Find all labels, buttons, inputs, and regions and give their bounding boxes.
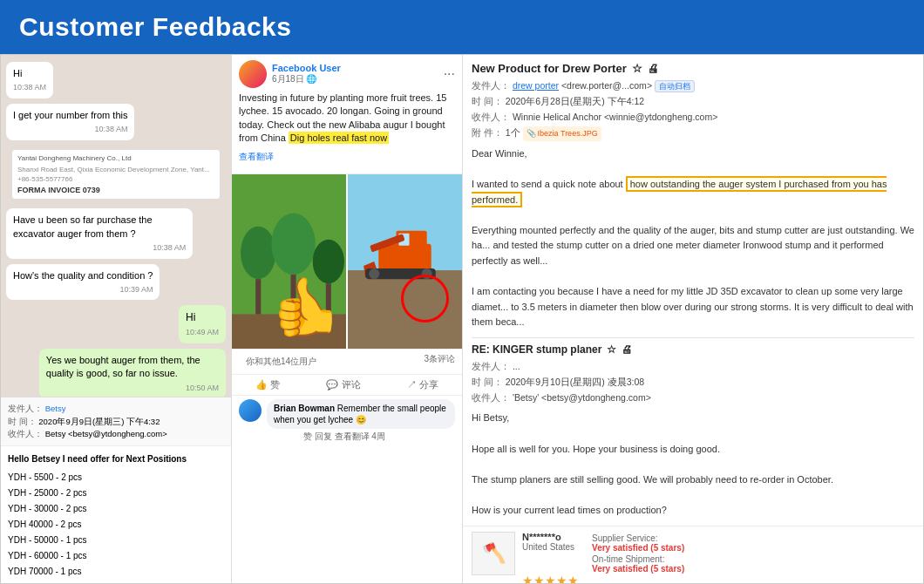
fb-excavator-image: [348, 174, 462, 349]
svg-point-2: [241, 226, 275, 278]
fb-poster-name[interactable]: Facebook User: [272, 63, 341, 73]
order-item: YDH - 30000 - 2 pcs: [8, 501, 224, 517]
email-body-1: Dear Winnie, I wanted to send a quick no…: [472, 146, 914, 330]
fb-likes-count: 你和其他14位用户: [239, 353, 323, 370]
email-meta-1: 发件人： drew porter <drew.porter@...com> 自动…: [472, 78, 914, 141]
to-label: 收件人：: [472, 112, 510, 122]
invoice-snippet: Yantai Dongheng Machinery Co., Ltd Shanx…: [11, 149, 221, 200]
review-meta-1: Supplier Service: Very satisfied (5 star…: [592, 533, 684, 553]
order-item: YDH 70000 - 1 pcs: [8, 564, 224, 580]
email-to: Winnie Helical Anchor <winnie@ytdongheng…: [513, 112, 717, 122]
comment-reply-row[interactable]: 赞 回复 查看翻译 4周: [267, 429, 455, 446]
chat-text: Hi: [13, 68, 22, 78]
reviewer-location-1: United States: [522, 542, 574, 552]
order-item: YDH - 50000 - 1 pcs: [8, 533, 224, 548]
svg-rect-3: [255, 279, 261, 314]
reviewer-name-1: N*******o: [522, 532, 574, 542]
order-greeting: Hello Betsey I need offer for Next Posit…: [8, 452, 224, 467]
fb-post-images: 👍: [232, 174, 462, 349]
fb-translate-link[interactable]: 查看翻译: [239, 151, 455, 163]
fb-comment-button[interactable]: 💬 评论: [326, 378, 360, 391]
globe-icon: 🌐: [306, 74, 316, 84]
email-time: 2020年9月9日(星期三) 下午4:32: [38, 417, 160, 426]
chat-time: 10:39 AM: [13, 284, 153, 295]
chat-time: 10:50 AM: [46, 383, 219, 394]
chat-time: 10:38 AM: [13, 82, 46, 93]
svg-point-15: [369, 268, 379, 279]
re-section: RE: KINGER stump planer ☆ 🖨 发件人： ... 时 间…: [472, 337, 914, 519]
email-body-text-2: I am contacting you because I have a nee…: [472, 284, 914, 330]
order-item: YDH - 25000 - 2 pcs: [8, 486, 224, 501]
chat-text: How's the quality and condition ?: [13, 270, 153, 281]
fb-post-text: Investing in future by planting more fru…: [239, 92, 455, 146]
email-time: 2020年6月28日(星期天) 下午4:12: [506, 96, 644, 106]
fb-highlighted-text: Dig holes real fast now: [289, 132, 389, 144]
chat-bubble-hi-sent: Hi 10:49 AM: [179, 305, 226, 343]
time-label: 时 间：: [472, 96, 503, 106]
page-title: Customer Feedbacks: [19, 12, 291, 42]
right-column: New Product for Drew Porter ☆ 🖨 发件人： dre…: [463, 55, 923, 583]
reviews-section: 🪓 N*******o United States Supplier Servi…: [463, 526, 923, 583]
commenter-avatar: [239, 399, 262, 422]
subject-text: New Product for Drew Porter: [472, 62, 627, 75]
fb-more-options[interactable]: ···: [444, 66, 455, 82]
time-label: 时 间：: [8, 417, 37, 426]
order-item: YDH 40000 - 2 pcs: [8, 517, 224, 533]
fb-comment-section: Brian Bowman Remember the small people w…: [232, 396, 462, 450]
chat-bubble-purchase: Have u been so far purchase the excavato…: [6, 208, 193, 258]
stars-1: ★★★★★: [522, 574, 914, 583]
chat-bubble-quality: How's the quality and condition ? 10:39 …: [6, 264, 160, 301]
sender-email: drew.porter@...com: [567, 80, 647, 91]
email-meta-left: 发件人： Betsy 时 间： 2020年9月9日(星期三) 下午4:32 收件…: [1, 397, 231, 445]
order-list: Hello Betsey I need offer for Next Posit…: [1, 445, 231, 583]
greeting: Dear Winnie,: [472, 146, 914, 162]
middle-column: Facebook User 6月18日 🌐 ··· Investing in f…: [232, 55, 463, 583]
chat-area: Hi 10:38 AM I get your number from this …: [1, 55, 231, 397]
fb-comments-count: 3条评论: [424, 353, 455, 370]
fb-comment-text: Brian Bowman Remember the small people w…: [267, 399, 455, 429]
page-header: Customer Feedbacks: [0, 0, 924, 54]
attach-count: 1个: [506, 127, 520, 138]
chat-text: Hi: [186, 311, 195, 323]
from-label: 发件人：: [472, 80, 510, 91]
chat-time: 10:38 AM: [13, 124, 127, 135]
re-print-icon[interactable]: 🖨: [622, 343, 632, 356]
chat-bubble-hi: Hi 10:38 AM: [6, 62, 53, 98]
order-item: YDH - 5500 - 2 pcs: [8, 470, 224, 486]
email-subject-1: New Product for Drew Porter ☆ 🖨: [472, 62, 914, 75]
fb-share-button[interactable]: ↗ 分享: [407, 378, 438, 391]
email-thread-1: New Product for Drew Porter ☆ 🖨 发件人： dre…: [463, 55, 923, 526]
invoice-address: Shanxi Road East, Qixia Economic Develop…: [17, 165, 214, 174]
chat-bubble-number: I get your number from this 10:38 AM: [6, 104, 134, 140]
chat-text: I get your number from this: [13, 110, 127, 120]
from-label: 发件人：: [8, 404, 43, 413]
fb-action-buttons: 👍 赞 💬 评论 ↗ 分享: [232, 375, 462, 396]
fb-like-button[interactable]: 👍 赞: [255, 378, 280, 391]
sender-name[interactable]: drew porter: [513, 80, 559, 91]
fb-post: Facebook User 6月18日 🌐 ··· Investing in f…: [232, 55, 462, 174]
invoice-company: Yantai Dongheng Machinery Co., Ltd: [17, 153, 214, 163]
email-to: Betsy <betsy@ytdongheng.com>: [45, 429, 167, 438]
auto-tag: 自动归档: [655, 80, 695, 92]
svg-point-4: [271, 213, 315, 275]
review-item-1: 🪓 N*******o United States Supplier Servi…: [472, 532, 914, 583]
chat-text: Have u been so far purchase the excavato…: [13, 214, 153, 238]
fb-tree-image: 👍: [232, 174, 346, 349]
star-icon[interactable]: ☆: [632, 62, 642, 75]
attachment-file[interactable]: 📎 Ibezia Trees.JPG: [523, 126, 601, 141]
re-star-icon[interactable]: ☆: [607, 343, 616, 356]
print-icon[interactable]: 🖨: [648, 62, 659, 75]
invoice-phone: +86-535-5577766: [17, 174, 214, 184]
to-label: 收件人：: [8, 429, 43, 438]
attach-label: 附 件：: [472, 127, 503, 138]
fb-post-date: 6月18日 🌐: [272, 73, 341, 85]
email-intro: I wanted to send a quick note about how …: [472, 177, 914, 207]
left-column: Hi 10:38 AM I get your number from this …: [1, 55, 232, 583]
sender-name: Betsy: [45, 404, 66, 413]
email-body-text-1: Everything mounted perfectly and the qua…: [472, 223, 914, 269]
re-subject: RE: KINGER stump planer ☆ 🖨: [472, 343, 914, 356]
excavator-svg: [348, 174, 462, 349]
email-body-2: Hi Betsy, Hope all is well for you. Hope…: [472, 411, 914, 518]
fb-post-header: Facebook User 6月18日 🌐 ···: [239, 60, 455, 88]
chat-time: 10:38 AM: [13, 242, 186, 254]
